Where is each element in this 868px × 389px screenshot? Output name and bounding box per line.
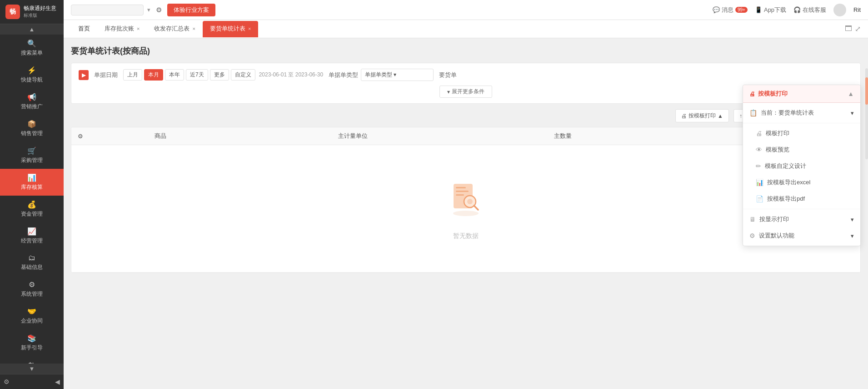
template-preview-icon: 👁 [756,146,762,153]
sidebar-item-9[interactable]: ⚙系统管理 [0,276,64,303]
nav-label-3: 销售管理 [21,130,43,137]
headset-icon: 🎧 [793,6,801,13]
col-unit: 主计量单位 [231,127,475,145]
svg-rect-2 [456,187,466,188]
nav-label-6: 资金管理 [21,210,43,218]
sidebar-item-4[interactable]: 🛒采购管理 [0,142,64,169]
sidebar-scroll-down[interactable]: ▼ [0,364,64,374]
expand-icon: ▾ [447,89,450,95]
sidebar-item-1[interactable]: ⚡快捷导航 [0,61,64,88]
app-edition: 标准版 [24,12,56,19]
tab-receipt-summary-close[interactable]: × [192,26,195,31]
settings-icon[interactable]: ⚙ [156,6,162,14]
tab-inventory-batch[interactable]: 库存批次账 × [97,21,147,37]
tab-inventory-batch-close[interactable]: × [137,26,140,31]
sidebar-item-7[interactable]: 📈经营管理 [0,222,64,249]
print-item-export-excel[interactable]: 📊 按模板导出excel [743,174,860,191]
nav-icon-9: ⚙ [29,280,35,289]
sidebar-settings-icon[interactable]: ⚙ [4,378,10,385]
type-label: 单据单类型 [329,71,358,79]
display-print-label: 按显示打印 [759,215,789,223]
nav-icon-8: 🗂 [28,254,35,262]
sidebar-item-6[interactable]: 💰资金管理 [0,196,64,222]
sidebar-scroll-up[interactable]: ▲ [0,24,64,35]
right-scrollbar[interactable] [865,68,868,159]
sidebar-item-12[interactable]: 🛍应用中心 [0,356,64,364]
username-label: Rit [853,6,861,13]
nav-icon-2: 📢 [27,93,36,101]
table-empty-row: 暂无数据 [71,145,860,273]
search-chevron-icon[interactable]: ▾ [147,6,150,13]
tab-bar: 首页 库存批次账 × 收发存汇总表 × 要货单统计表 × 🗖 ⤢ [64,20,868,38]
current-template-chevron: ▾ [851,110,854,116]
type-select[interactable]: 单据单类型 ▾ [361,69,434,81]
sidebar-item-3[interactable]: 📦销售管理 [0,115,64,142]
set-default-label: 设置默认功能 [759,232,794,240]
print-dropdown: 🖨 按模板打印 ▲ 📋 当前：要货单统计表 ▾ [743,85,861,246]
app-download-icon: 📱 [755,6,762,13]
date-btn-custom[interactable]: 自定义 [231,69,255,81]
tab-restore-icon[interactable]: 🗖 [845,25,852,33]
print-template-label: 按模板打印 [688,112,716,120]
print-item-export-pdf[interactable]: 📄 按模板导出pdf [743,191,860,207]
print-dropdown-close-icon[interactable]: ▲ [848,90,854,97]
tab-maximize-icon[interactable]: ⤢ [855,25,861,33]
nav-label-0: 搜索菜单 [21,49,43,57]
online-service-button[interactable]: 🎧 在线客服 [793,6,826,14]
nav-label-8: 基础信息 [21,263,43,271]
search-input[interactable] [71,5,144,15]
table-header-row: ⚙ 商品 主计量单位 主数量 零售金额 [71,127,860,145]
sidebar-bottom: ⚙ ◀ [0,374,64,389]
col-settings[interactable]: ⚙ [71,127,90,145]
app-download-button[interactable]: 📱 App下载 [755,6,786,14]
print-item-template-print[interactable]: 🖨 模板打印 [743,125,860,141]
tab-receipt-summary[interactable]: 收发存汇总表 × [147,21,202,37]
type-filter: 单据单类型 单据单类型 ▾ [329,69,434,81]
tab-order-stats[interactable]: 要货单统计表 × [203,21,258,37]
sidebar-item-0[interactable]: 🔍搜索菜单 [0,35,64,61]
print-display-group[interactable]: 🖥 按显示打印 ▾ [743,211,860,227]
set-default-group[interactable]: ⚙ 设置默认功能 ▾ [743,227,860,244]
nav-label-10: 企业协同 [21,317,43,325]
nav-label-9: 系统管理 [21,290,43,298]
print-item-template-preview[interactable]: 👁 模板预览 [743,141,860,158]
trial-button[interactable]: 体验行业方案 [167,4,215,16]
filter-row: ▶ 单据日期 上月 本月 本年 近7天 更多 自定义 2023-06-01 至 … [79,69,853,81]
avatar[interactable] [833,4,846,16]
date-buttons: 上月 本月 本年 近7天 更多 自定义 2023-06-01 至 2023-06… [123,69,323,81]
sidebar-collapse-icon[interactable]: ◀ [55,378,60,385]
date-btn-thismonth[interactable]: 本月 [144,69,163,81]
sidebar-item-11[interactable]: 📚新手引导 [0,329,64,356]
tab-order-stats-close[interactable]: × [248,26,251,31]
page-title: 要货单统计表(按商品) [71,45,861,56]
sidebar: 畅 畅康通好生意 标准版 ▲ 🔍搜索菜单⚡快捷导航📢营销推广📦销售管理🛒采购管理… [0,0,64,389]
message-button[interactable]: 💬 消息 99+ [713,6,748,14]
tab-corner-buttons: 🗖 ⤢ [845,25,861,33]
date-btn-more[interactable]: 更多 [210,69,229,81]
date-label: 单据日期 [94,71,118,79]
current-template-item[interactable]: 📋 当前：要货单统计表 ▾ [743,105,860,121]
expand-more-button[interactable]: ▾ 展开更多条件 [439,86,492,98]
template-print-label: 模板打印 [766,129,789,137]
set-default-icon: ⚙ [749,232,755,239]
tab-order-stats-label: 要货单统计表 [210,25,245,33]
print-dropdown-title: 🖨 按模板打印 [749,90,788,98]
filter-toggle-button[interactable]: ▶ [79,70,89,80]
print-item-template-design[interactable]: ✏ 模板自定义设计 [743,158,860,174]
print-template-button[interactable]: 🖨 按模板打印 ▲ [675,109,729,122]
col-product: 商品 [90,127,231,145]
date-btn-lastmonth[interactable]: 上月 [123,69,142,81]
nav-icon-3: 📦 [27,120,36,128]
topbar: ▾ ⚙ 体验行业方案 💬 消息 99+ 📱 App下载 🎧 在线客服 Rit [64,0,868,20]
svg-rect-4 [456,194,464,196]
date-btn-7days[interactable]: 近7天 [186,69,208,81]
print-dropdown-groups: 🖥 按显示打印 ▾ ⚙ 设置默认功能 ▾ [743,209,860,246]
sidebar-item-5[interactable]: 📊库存核算 [0,169,64,196]
sidebar-item-2[interactable]: 📢营销推广 [0,88,64,115]
online-service-label: 在线客服 [803,6,826,14]
sidebar-item-10[interactable]: 🤝企业协同 [0,303,64,329]
date-btn-thisyear[interactable]: 本年 [165,69,184,81]
tab-home[interactable]: 首页 [71,21,97,37]
sidebar-item-8[interactable]: 🗂基础信息 [0,249,64,276]
nav-icon-1: ⚡ [27,66,36,75]
